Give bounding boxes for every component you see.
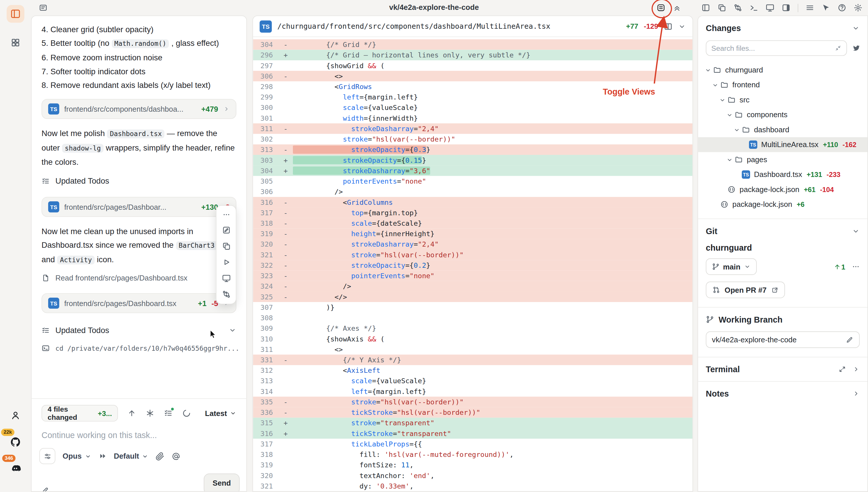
additions-count: +6	[797, 200, 804, 208]
diff-sign: +	[278, 155, 293, 165]
edit-icon[interactable]	[846, 336, 854, 343]
diff-sign	[278, 470, 293, 481]
chevron-down-icon[interactable]	[229, 326, 237, 334]
tree-item-multilinearea-tsx[interactable]: TSMultiLineArea.tsx+110-162	[698, 137, 868, 152]
git-compare-icon[interactable]	[734, 3, 743, 12]
updated-todos-row[interactable]: Updated Todos	[32, 171, 247, 190]
more-icon[interactable]	[222, 211, 230, 219]
file-change-chip[interactable]: TS frontend/src/pages/Dashboard.tsx +1 -…	[42, 293, 236, 313]
pointer-icon[interactable]	[822, 3, 830, 12]
code-text: fontSize: 11,	[293, 460, 693, 470]
list-item: 4. Cleaner grid (subtler opacity)	[42, 23, 236, 36]
text-run: Now let me polish	[42, 129, 107, 138]
chat-panel: 4. Cleaner grid (subtler opacity) 5. Bet…	[31, 16, 247, 492]
tree-item-dashboard[interactable]: dashboard	[698, 122, 868, 137]
split-view-icon[interactable]	[664, 22, 673, 31]
panel-right-icon[interactable]	[782, 3, 791, 12]
tree-item-churnguard[interactable]: churnguard	[698, 63, 868, 77]
mode-dropdown[interactable]: Default	[114, 452, 149, 460]
files-changed-chip[interactable]: 4 files changed +3...	[42, 405, 118, 421]
rail-account-button[interactable]	[7, 407, 24, 424]
code-text: tickLabelProps={{	[293, 439, 693, 449]
diff-sign: +	[278, 418, 293, 428]
folder-icon	[734, 110, 743, 119]
github-icon	[10, 437, 21, 448]
working-branch-input[interactable]: vk/4e2a-explore-the-code	[706, 331, 860, 348]
chevron-right-icon[interactable]	[852, 390, 860, 397]
line-number: 319	[253, 228, 278, 239]
working-branch-value: vk/4e2a-explore-the-code	[712, 336, 797, 344]
panel-stack-icon[interactable]	[39, 3, 48, 12]
changes-header[interactable]: Changes	[698, 16, 868, 40]
file-path: frontend/src/pages/Dashboar...	[64, 203, 196, 211]
collapse-diff-icon[interactable]	[678, 22, 686, 30]
compare-icon[interactable]	[222, 290, 231, 299]
line-number: 299	[253, 92, 278, 102]
settings-sliders-button[interactable]	[39, 448, 55, 464]
updated-todos-row[interactable]: Updated Todos	[32, 321, 247, 340]
run-icon[interactable]	[222, 258, 231, 267]
code-text: <>	[293, 71, 693, 81]
collapse-up-icon[interactable]	[673, 3, 682, 12]
git-header[interactable]: Git	[698, 218, 868, 243]
tree-item-pages[interactable]: pages	[698, 152, 868, 167]
line-number: 322	[253, 260, 278, 270]
attach-icon[interactable]	[156, 452, 165, 461]
tree-item-dashboard-tsx[interactable]: TSDashboard.tsx+131-233	[698, 167, 868, 182]
pen-icon[interactable]	[40, 486, 49, 492]
copy-icon[interactable]	[222, 242, 231, 251]
working-branch-title: Working Branch	[719, 315, 782, 324]
help-icon[interactable]	[838, 3, 846, 12]
diff-line: 323- pointerEvents="none"	[253, 270, 693, 281]
expand-icon[interactable]	[839, 366, 846, 373]
chevron-right-icon[interactable]	[852, 366, 860, 373]
terminal-header[interactable]: Terminal	[698, 357, 868, 381]
tree-item-package-lock-json[interactable]: package-lock.json+6	[698, 197, 868, 212]
diff-sign	[278, 302, 293, 313]
file-change-chip[interactable]: TS frontend/src/pages/Dashboar... +130 -…	[42, 197, 236, 217]
notes-header[interactable]: Notes	[698, 381, 868, 405]
typescript-icon: TS	[48, 201, 59, 212]
terminal-command-row[interactable]: cd /private/var/folders/10/h7w0q46556ggr…	[32, 340, 247, 359]
more-icon[interactable]	[852, 263, 860, 271]
read-file-row[interactable]: Read frontend/src/pages/Dashboard.tsx	[32, 270, 247, 287]
tree-item-package-lock-json[interactable]: package-lock.json+61-104	[698, 182, 868, 197]
text-run: 5. Better tooltip (no	[42, 39, 112, 48]
message-input[interactable]: Continue working on this task...	[32, 426, 247, 443]
mention-icon[interactable]	[172, 452, 181, 461]
tree-item-frontend[interactable]: frontend	[698, 77, 868, 92]
rail-discord-button[interactable]: 346	[7, 460, 24, 477]
code-text: strokeOpacity={0.3}	[293, 145, 693, 155]
latest-dropdown[interactable]: Latest	[205, 409, 236, 417]
model-dropdown[interactable]: Opus	[63, 452, 91, 460]
open-pr-button[interactable]: Open PR #7	[706, 282, 785, 298]
stacked-windows-icon[interactable]	[717, 3, 726, 12]
view-menu-button[interactable]	[657, 3, 666, 12]
preview-icon[interactable]	[222, 274, 231, 283]
tree-item-src[interactable]: src	[698, 92, 868, 107]
monitor-icon[interactable]	[766, 3, 775, 12]
branch-selector[interactable]: main	[706, 259, 756, 275]
terminal-icon[interactable]	[750, 3, 758, 12]
menu-icon[interactable]	[805, 3, 815, 12]
rail-grid-button[interactable]	[7, 34, 24, 51]
rail-github-button[interactable]: 22k	[7, 433, 24, 451]
diff-line: 310 {showAxis && (	[253, 334, 693, 344]
latest-label: Latest	[205, 409, 227, 417]
settings-icon[interactable]	[853, 3, 863, 12]
file-search-input[interactable]: Search files...	[706, 40, 847, 56]
deletions-count: -233	[826, 171, 840, 178]
send-button[interactable]: Send	[204, 473, 240, 492]
skip-icon[interactable]	[98, 452, 107, 460]
arrow-up-icon[interactable]	[127, 409, 137, 418]
panel-left-icon[interactable]	[701, 3, 710, 12]
file-change-chip[interactable]: TS frontend/src/components/dashboa... +4…	[42, 99, 236, 119]
bird-icon[interactable]	[852, 44, 861, 53]
collapse-icon[interactable]	[835, 45, 842, 51]
typescript-icon: TS	[742, 170, 750, 179]
diff-deletions: -129	[644, 22, 658, 30]
open-diff-icon[interactable]	[222, 226, 231, 235]
todos-indicator-button[interactable]	[164, 409, 173, 418]
spark-icon[interactable]	[146, 409, 155, 418]
tree-item-components[interactable]: components	[698, 107, 868, 122]
